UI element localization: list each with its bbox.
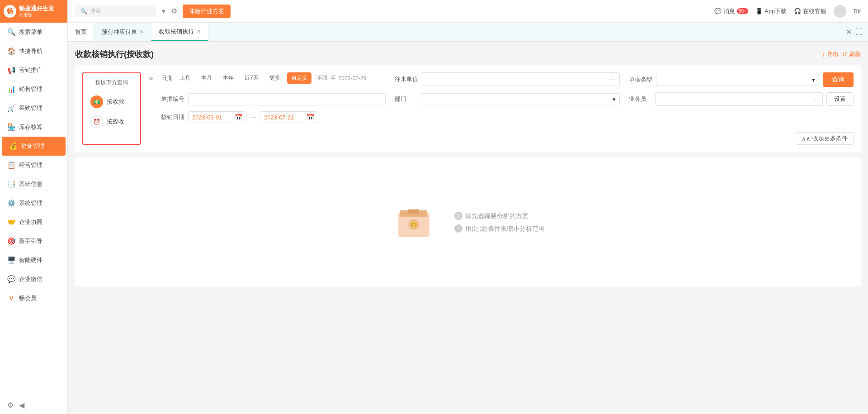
guide-icon: 🎯: [7, 237, 15, 245]
svg-rect-2: [408, 209, 419, 214]
sidebar-item-system[interactable]: ⚙️ 系统管理: [0, 194, 67, 213]
date-btn-this-year[interactable]: 本年: [219, 72, 238, 84]
verif-end-input[interactable]: [264, 114, 305, 121]
sidebar-item-inventory[interactable]: 🏪 库存核算: [0, 118, 67, 137]
filter-form-wrapper: 日期 上月 本月 本年 近7天 更多 自定义 不限 至 2023-07-26: [161, 72, 854, 145]
enterprise-icon: 🤝: [7, 218, 15, 226]
verif-date-label: 核销日期: [161, 113, 184, 121]
close-window-icon[interactable]: ✕: [846, 28, 852, 36]
tip-1: 1 请先选择要分析的方案: [454, 209, 545, 222]
verif-end-calendar-icon[interactable]: 📅: [307, 114, 314, 121]
business-select[interactable]: ···: [655, 92, 823, 106]
hardware-icon: 🖥️: [7, 256, 15, 264]
collapse-more-row: ∧∧ 收起更多条件: [161, 132, 854, 145]
sidebar-item-guide[interactable]: 🎯 新手引导: [0, 232, 67, 251]
sidebar-item-label: 新手引导: [19, 237, 42, 245]
tab-prepay-offset[interactable]: 预付冲应付单 ✕: [94, 23, 151, 41]
sidebar-item-finance[interactable]: 💰 资金管理: [2, 137, 66, 156]
gear-icon[interactable]: ⚙: [171, 7, 177, 15]
receipt-option-label: 按收款: [107, 98, 124, 106]
docnumber-input[interactable]: [188, 93, 386, 105]
counterpart-dots[interactable]: ···: [609, 75, 615, 83]
refresh-label: 刷新: [849, 50, 861, 58]
filter-collapse-button[interactable]: »: [146, 72, 156, 145]
search-placeholder: 搜索: [90, 7, 101, 15]
prepay-tab-close[interactable]: ✕: [140, 29, 144, 35]
date-btn-more[interactable]: 更多: [265, 72, 284, 84]
refresh-button[interactable]: ↺ 刷新: [842, 50, 861, 58]
sidebar-brand: 畅捷通好生意 标准版: [19, 5, 54, 18]
settings-footer-icon[interactable]: ⚙: [7, 401, 14, 409]
sidebar-item-label: 经营管理: [19, 161, 42, 169]
prepay-tab-label: 预付冲应付单: [102, 28, 137, 36]
dept-select[interactable]: ▾: [421, 93, 619, 105]
sidebar-item-sales[interactable]: 📊 销售管理: [0, 80, 67, 99]
tab-receipt-offset[interactable]: 收款核销执行 ✕: [151, 23, 208, 41]
topbar: 🔍 搜索 ▾ ⚙ 体验行业方案 💬 消息 99+ 📱 App下载 🎧 在线客服 …: [68, 0, 868, 23]
export-button[interactable]: ↑ 导出: [822, 50, 839, 58]
tabbar: 首页 预付冲应付单 ✕ 收款核销执行 ✕ ✕ ⛶: [68, 23, 868, 42]
industry-button[interactable]: 体验行业方案: [183, 5, 231, 18]
sidebar-item-enterprise[interactable]: 🤝 企业协同: [0, 213, 67, 232]
user-avatar[interactable]: [834, 5, 846, 18]
date-column: 日期 上月 本月 本年 近7天 更多 自定义 不限 至 2023-07-26: [161, 72, 386, 84]
user-name: Rit: [854, 8, 861, 14]
filter-panel: 按以下方查询 💵 按收款 ⏰ 按应收 »: [75, 65, 861, 152]
sidebar-item-marketing[interactable]: 📢 营销推广: [0, 61, 67, 80]
tip-1-text: 请先选择要分析的方案: [465, 209, 528, 222]
filter-by-receipt[interactable]: 💵 按收款: [89, 92, 135, 112]
refresh-icon: ↺: [842, 51, 847, 58]
service-button[interactable]: 🎧 在线客服: [794, 7, 826, 15]
date-btn-this-month[interactable]: 本月: [197, 72, 216, 84]
receipt-tab-close[interactable]: ✕: [197, 29, 201, 34]
doctype-select[interactable]: ▾: [656, 74, 819, 86]
verif-start-calendar-icon[interactable]: 📅: [235, 114, 242, 121]
tip-1-num: 1: [454, 212, 462, 220]
collapse-more-button[interactable]: ∧∧ 收起更多条件: [796, 132, 854, 145]
sidebar-item-purchase[interactable]: 🛒 采购管理: [0, 99, 67, 118]
sidebar-item-wechat[interactable]: 💬 企业微信: [0, 270, 67, 289]
sidebar-item-label: 快捷导航: [19, 47, 42, 55]
date-btn-custom[interactable]: 自定义: [287, 72, 311, 84]
app-download-button[interactable]: 📱 App下载: [755, 7, 787, 15]
finance-icon: 💰: [9, 142, 17, 150]
app-icon: 📱: [755, 8, 763, 14]
business-dots[interactable]: ···: [813, 95, 819, 103]
sidebar-item-operations[interactable]: 📋 经营管理: [0, 156, 67, 175]
sidebar-item-label: 系统管理: [19, 199, 42, 207]
topbar-right: 💬 消息 99+ 📱 App下载 🎧 在线客服 Rit: [714, 5, 861, 18]
dropdown-icon[interactable]: ▾: [162, 7, 165, 15]
date-btn-7days[interactable]: 近7天: [241, 72, 263, 84]
sidebar-brand-main: 畅捷通好生意: [19, 5, 54, 12]
doctype-chevron: ▾: [812, 76, 815, 83]
sidebar-item-member[interactable]: V 畅会员: [0, 289, 67, 308]
sidebar-item-basic[interactable]: 📑 基础信息: [0, 175, 67, 194]
collapse-sidebar-icon[interactable]: ◀: [19, 401, 24, 409]
sidebar-item-search-menu[interactable]: 🔍 搜索菜单: [0, 23, 67, 42]
topbar-search[interactable]: 🔍 搜索: [75, 5, 156, 17]
receipt-tab-label: 收款核销执行: [159, 28, 194, 36]
verif-start-input[interactable]: [192, 114, 233, 121]
counterpart-select[interactable]: ···: [422, 72, 619, 86]
sidebar-item-hardware[interactable]: 🖥️ 智能硬件: [0, 251, 67, 270]
date-unlimited-date: 2023-07-26: [339, 75, 366, 81]
collapse-more-icon: ∧∧: [802, 135, 811, 142]
sidebar-header: 畅 畅捷通好生意 标准版: [0, 0, 67, 23]
collapse-more-label: 收起更多条件: [812, 134, 848, 143]
maximize-window-icon[interactable]: ⛶: [855, 28, 863, 36]
settings-button[interactable]: 设置: [826, 92, 854, 106]
query-button[interactable]: 查询: [823, 72, 854, 87]
sidebar-item-quick-nav[interactable]: 🏠 快捷导航: [0, 42, 67, 61]
member-icon: V: [7, 295, 15, 302]
home-tab-label: 首页: [75, 28, 87, 36]
sidebar-item-label: 销售管理: [19, 85, 42, 93]
sidebar-logo: 畅: [4, 5, 16, 18]
sidebar-item-label: 搜索菜单: [19, 28, 42, 36]
message-button[interactable]: 💬 消息 99+: [714, 7, 748, 15]
receipt-option-icon: 💵: [90, 95, 103, 108]
date-btn-last-month[interactable]: 上月: [175, 72, 194, 84]
date-range-separator: —: [250, 114, 256, 121]
empty-box-svg: 😊: [391, 201, 436, 242]
tab-home[interactable]: 首页: [68, 23, 94, 41]
filter-by-receivable[interactable]: ⏰ 按应收: [89, 112, 135, 132]
